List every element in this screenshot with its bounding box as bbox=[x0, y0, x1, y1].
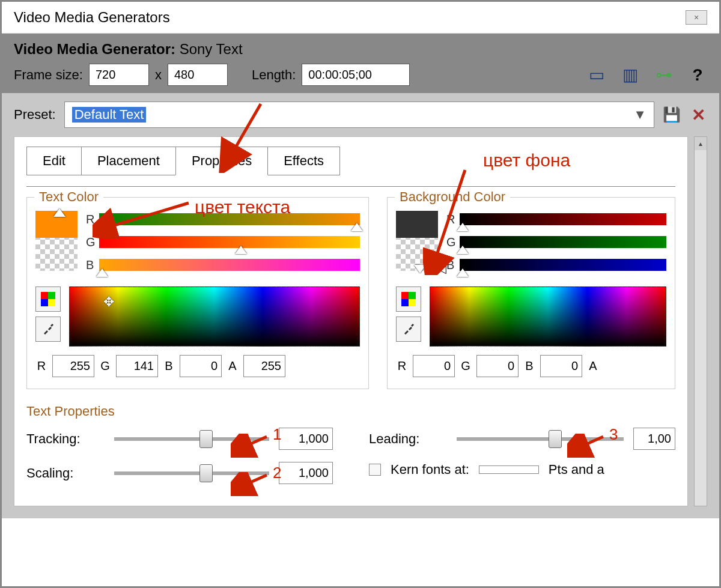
save-preset-button[interactable]: 💾 bbox=[663, 106, 681, 124]
tracking-input[interactable]: 1,000 bbox=[279, 428, 333, 450]
frame-size-label: Frame size: bbox=[14, 67, 83, 83]
text-b-num-label: B bbox=[163, 359, 175, 373]
bg-color-group: Background Color ◁ R G bbox=[387, 197, 675, 389]
text-properties-group: Text Properties Tracking: 1,000 Scaling:… bbox=[26, 404, 675, 496]
bg-eyedropper-button[interactable] bbox=[396, 317, 421, 342]
fx-chain-icon[interactable]: ▥ bbox=[621, 65, 640, 85]
text-g-slider[interactable] bbox=[99, 236, 360, 248]
svg-rect-7 bbox=[409, 299, 416, 306]
g-label: G bbox=[86, 235, 99, 249]
text-a-input[interactable]: 255 bbox=[243, 355, 285, 377]
svg-rect-2 bbox=[41, 299, 48, 306]
tracking-label: Tracking: bbox=[26, 431, 105, 447]
scaling-input[interactable]: 1,000 bbox=[279, 462, 333, 484]
text-r-slider[interactable] bbox=[99, 213, 360, 225]
bg-r-input[interactable]: 0 bbox=[413, 355, 455, 377]
bg-g-num-label: G bbox=[460, 359, 472, 373]
length-input[interactable]: 00:00:05;00 bbox=[302, 64, 410, 86]
bg-g-input[interactable]: 0 bbox=[476, 355, 519, 377]
eyedropper-button[interactable] bbox=[35, 317, 61, 342]
delete-preset-button[interactable]: ✕ bbox=[689, 106, 707, 124]
svg-rect-6 bbox=[401, 299, 409, 306]
bg-a-num-label: A bbox=[587, 359, 599, 373]
text-g-num-label: G bbox=[99, 359, 111, 373]
text-color-swatch[interactable] bbox=[35, 211, 78, 271]
help-icon[interactable]: ? bbox=[688, 65, 707, 85]
scaling-label: Scaling: bbox=[26, 465, 105, 481]
preset-dropdown[interactable]: Default Text ▼ bbox=[64, 102, 654, 128]
text-b-slider[interactable] bbox=[99, 259, 360, 271]
frame-height-input[interactable]: 480 bbox=[168, 64, 228, 86]
bg-color-field[interactable] bbox=[430, 286, 666, 347]
frame-width-input[interactable]: 720 bbox=[89, 64, 149, 86]
bg-b-slider[interactable] bbox=[460, 259, 666, 271]
tab-effects[interactable]: Effects bbox=[267, 147, 340, 175]
preset-bar: Preset: Default Text ▼ 💾 ✕ bbox=[2, 93, 719, 136]
toolbar: Video Media Generator: Sony Text Frame s… bbox=[2, 34, 719, 93]
main-panel: Edit Placement Properties Effects Text C… bbox=[14, 136, 688, 506]
kern-checkbox[interactable] bbox=[369, 464, 381, 476]
text-b-input[interactable]: 0 bbox=[180, 355, 222, 377]
vertical-scrollbar[interactable]: ▲ bbox=[694, 136, 707, 506]
svg-rect-4 bbox=[401, 292, 409, 299]
svg-rect-5 bbox=[409, 292, 416, 299]
crosshair-icon: ✥ bbox=[103, 294, 114, 310]
length-label: Length: bbox=[252, 67, 296, 83]
text-color-field[interactable]: ✥ bbox=[69, 286, 360, 347]
text-g-input[interactable]: 141 bbox=[116, 355, 158, 377]
svg-rect-0 bbox=[41, 292, 48, 299]
leading-slider[interactable] bbox=[457, 437, 624, 441]
tab-placement[interactable]: Placement bbox=[81, 147, 176, 175]
tab-properties[interactable]: Properties bbox=[175, 147, 268, 175]
window-title: Video Media Generators bbox=[14, 9, 170, 26]
tab-edit[interactable]: Edit bbox=[26, 147, 82, 175]
bg-color-swatch[interactable]: ◁ bbox=[396, 211, 438, 271]
scroll-up-icon[interactable]: ▲ bbox=[695, 137, 707, 150]
text-color-legend: Text Color bbox=[34, 189, 103, 205]
color-palette-button[interactable] bbox=[35, 286, 61, 312]
svg-rect-1 bbox=[48, 292, 55, 299]
bg-b-num-label: B bbox=[523, 359, 535, 373]
leading-label: Leading: bbox=[369, 431, 447, 447]
bg-palette-button[interactable] bbox=[396, 286, 421, 312]
preset-value: Default Text bbox=[72, 107, 147, 123]
text-props-legend: Text Properties bbox=[26, 404, 675, 419]
bg-g-slider[interactable] bbox=[460, 236, 666, 248]
bg-r-slider[interactable] bbox=[460, 213, 666, 225]
kern-label: Kern fonts at: bbox=[391, 462, 469, 477]
kern-suffix: Pts and a bbox=[549, 462, 604, 477]
close-button[interactable]: × bbox=[686, 10, 707, 25]
leading-input[interactable]: 1,00 bbox=[633, 428, 675, 450]
tracking-slider[interactable] bbox=[114, 437, 269, 441]
bg-color-legend: Background Color bbox=[395, 189, 510, 205]
chevron-down-icon: ▼ bbox=[633, 107, 646, 123]
kern-input[interactable] bbox=[479, 465, 539, 474]
split-icon[interactable]: ⊶ bbox=[654, 65, 674, 85]
text-r-num-label: R bbox=[35, 359, 47, 373]
generator-header: Video Media Generator: Sony Text bbox=[14, 41, 243, 58]
bg-r-num-label: R bbox=[396, 359, 408, 373]
r-label: R bbox=[86, 213, 99, 226]
text-color-group: Text Color R G bbox=[26, 197, 369, 389]
scaling-slider[interactable] bbox=[114, 471, 269, 475]
frame-x-label: x bbox=[155, 67, 162, 83]
bg-b-input[interactable]: 0 bbox=[540, 355, 582, 377]
title-bar: Video Media Generators × bbox=[2, 2, 719, 34]
preset-label: Preset: bbox=[14, 107, 56, 123]
text-a-num-label: A bbox=[227, 359, 239, 373]
text-r-input[interactable]: 255 bbox=[52, 355, 94, 377]
media-icon[interactable]: ▭ bbox=[587, 65, 606, 85]
svg-rect-3 bbox=[48, 299, 55, 306]
